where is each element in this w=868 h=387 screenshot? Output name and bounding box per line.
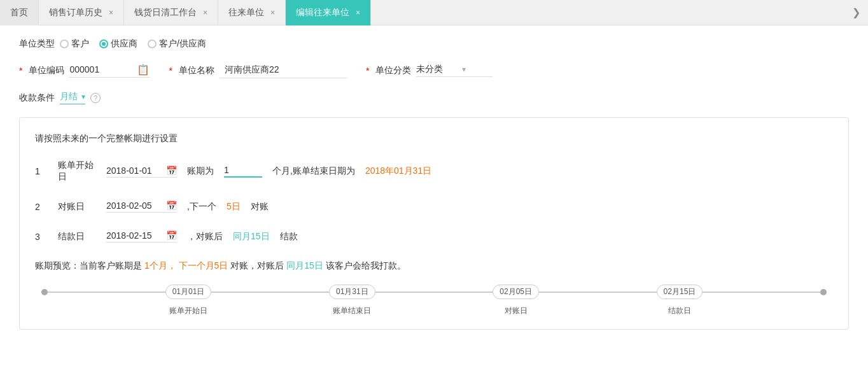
- tab-home[interactable]: 首页: [0, 0, 39, 25]
- code-name-category-row: * 单位编码 📋 * 单位名称 * 单位分类 未分类 ▾: [19, 62, 849, 78]
- tab-cash-work[interactable]: 钱货日清工作台 ×: [124, 0, 218, 25]
- period-label-2: 对账日: [58, 201, 96, 213]
- unit-code-input-wrap: 📋: [69, 64, 150, 78]
- date-start-input-group: 📅: [106, 165, 177, 178]
- timeline-end-dot: [820, 285, 827, 295]
- unit-category-label: 单位分类: [375, 65, 411, 76]
- unit-category-value: 未分类: [416, 64, 443, 75]
- timeline-label-3: 对账日: [505, 306, 528, 316]
- tab-sales-history[interactable]: 销售订单历史 ×: [39, 0, 124, 25]
- date-payment-calendar-icon[interactable]: 📅: [166, 230, 177, 241]
- radio-both[interactable]: 客户/供应商: [148, 38, 206, 50]
- timeline-node-2: 01月31日 账单结束日: [329, 285, 375, 316]
- period-payment-highlight: 同月15日: [233, 231, 270, 243]
- period-unit-1: 个月,账单结束日期为: [272, 165, 355, 177]
- timeline-label-2: 账单结束日: [333, 306, 371, 316]
- period-label-3: 结款日: [58, 231, 96, 243]
- timeline-label-1: 账单开始日: [169, 306, 207, 316]
- period-prefix-3: ，对账后: [187, 231, 223, 243]
- unit-name-input[interactable]: [220, 62, 347, 78]
- payment-terms-arrow: ▾: [81, 92, 85, 101]
- radio-supplier-circle: [99, 39, 108, 48]
- timeline-wrapper: 01月01日 账单开始日 01月31日 账单结束日 02月05日 对账日 02月…: [41, 285, 827, 316]
- radio-customer-label: 客户: [71, 38, 89, 50]
- period-suffix-3: 结款: [280, 231, 298, 243]
- unit-category-dropdown[interactable]: 未分类 ▾: [416, 64, 493, 77]
- unit-type-radios: 客户 供应商 客户/供应商: [60, 38, 206, 50]
- period-suffix-1: 账期为: [187, 165, 214, 177]
- period-row-3: 3 结款日 📅 ，对账后 同月15日 结款: [35, 230, 833, 243]
- timeline-nodes: 01月01日 账单开始日 01月31日 账单结束日 02月05日 对账日 02月…: [41, 285, 827, 316]
- payment-terms-select[interactable]: 月结 ▾: [60, 91, 85, 104]
- payment-terms-row: 收款条件 月结 ▾ ?: [19, 91, 849, 104]
- timeline-node-3: 02月05日 对账日: [493, 285, 539, 316]
- period-end-date-highlight: 2018年01月31日: [365, 165, 431, 177]
- preview-part1: 1个月，: [144, 260, 176, 271]
- radio-customer[interactable]: 客户: [60, 38, 89, 50]
- main-content: 单位类型 客户 供应商 客户/供应商 * 单位编码: [0, 25, 868, 387]
- payment-terms-help-icon[interactable]: ?: [90, 93, 101, 103]
- unit-code-star: *: [19, 66, 22, 76]
- date-reconcile-input[interactable]: [106, 201, 164, 211]
- unit-type-label: 单位类型: [19, 38, 55, 50]
- unit-code-input[interactable]: [69, 64, 133, 74]
- period-prefix-2: ,下一个: [187, 201, 216, 213]
- payment-terms-value: 月结: [60, 91, 78, 102]
- radio-both-circle: [148, 39, 157, 48]
- tab-partner-units-close[interactable]: ×: [270, 8, 275, 17]
- unit-code-calendar-icon[interactable]: 📋: [137, 64, 150, 76]
- date-reconcile-input-group: 📅: [106, 201, 177, 213]
- date-start-input[interactable]: [106, 165, 164, 176]
- tab-edit-partner-close[interactable]: ×: [356, 8, 360, 17]
- date-payment-input-group: 📅: [106, 230, 177, 243]
- timeline-end-circle: [820, 289, 827, 295]
- preview-part2: 下一个月5日: [179, 260, 228, 271]
- tab-home-label: 首页: [10, 7, 28, 18]
- period-suffix-2: 对账: [251, 201, 269, 213]
- date-payment-input[interactable]: [106, 230, 164, 241]
- preview-part5: 该客户会给我打款。: [326, 260, 406, 271]
- unit-code-label: 单位编码: [29, 65, 64, 76]
- unit-name-star: *: [169, 66, 172, 76]
- tab-sales-history-label: 销售订单历史: [49, 7, 102, 18]
- preview-part3: 对账，对账后: [230, 260, 284, 271]
- period-title: 请按照未来的一个完整帐期进行设置: [35, 133, 833, 144]
- period-row-2: 2 对账日 📅 ,下一个 5日 对账: [35, 201, 833, 213]
- unit-name-group: * 单位名称: [169, 62, 346, 78]
- tab-bar: 首页 销售订单历史 × 钱货日清工作台 × 往来单位 × 编辑往来单位 × ❯: [0, 0, 868, 25]
- preview-text: 账期预览：当前客户账期是 1个月， 下一个月5日 对账，对账后 同月15日 该客…: [35, 260, 833, 272]
- timeline-date-1: 01月01日: [165, 285, 212, 299]
- period-num-3: 3: [35, 232, 48, 242]
- period-label-1: 账单开始日: [58, 160, 96, 183]
- radio-supplier[interactable]: 供应商: [99, 38, 137, 50]
- period-count-input[interactable]: [224, 165, 262, 178]
- tab-expand-icon[interactable]: ❯: [844, 6, 868, 18]
- timeline-date-4: 02月15日: [657, 285, 703, 299]
- timeline-label-4: 结款日: [668, 306, 691, 316]
- tab-edit-partner[interactable]: 编辑往来单位 ×: [286, 0, 371, 25]
- date-reconcile-calendar-icon[interactable]: 📅: [166, 201, 177, 211]
- unit-type-group: 单位类型 客户 供应商 客户/供应商: [19, 38, 206, 50]
- tab-cash-work-label: 钱货日清工作台: [134, 7, 197, 18]
- preview-part4: 同月15日: [286, 260, 323, 271]
- timeline-node-1: 01月01日 账单开始日: [165, 285, 212, 316]
- period-row-1: 1 账单开始日 📅 账期为 个月,账单结束日期为 2018年01月31日: [35, 160, 833, 183]
- radio-customer-circle: [60, 39, 69, 48]
- unit-category-group: * 单位分类 未分类 ▾: [366, 64, 493, 77]
- timeline-date-3: 02月05日: [493, 285, 539, 299]
- tab-cash-work-close[interactable]: ×: [203, 8, 207, 17]
- payment-terms-label: 收款条件: [19, 92, 55, 104]
- tab-sales-history-close[interactable]: ×: [109, 8, 113, 17]
- period-reconcile-highlight: 5日: [227, 201, 241, 213]
- period-box: 请按照未来的一个完整帐期进行设置 1 账单开始日 📅 账期为 个月,账单结束日期…: [19, 117, 849, 330]
- period-num-1: 1: [35, 166, 48, 176]
- unit-name-label: 单位名称: [179, 65, 214, 76]
- date-start-calendar-icon[interactable]: 📅: [166, 165, 177, 176]
- tab-partner-units[interactable]: 往来单位 ×: [218, 0, 286, 25]
- tab-edit-partner-label: 编辑往来单位: [296, 7, 349, 18]
- unit-category-arrow: ▾: [462, 65, 466, 74]
- timeline-date-2: 01月31日: [329, 285, 375, 299]
- tab-partner-units-label: 往来单位: [228, 7, 264, 18]
- timeline-node-4: 02月15日 结款日: [657, 285, 703, 316]
- radio-supplier-label: 供应商: [111, 38, 137, 50]
